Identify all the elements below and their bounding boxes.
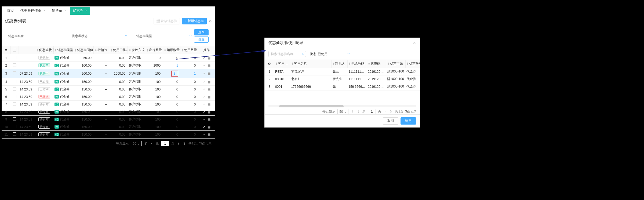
row-checkbox[interactable] [11, 131, 19, 138]
col-phone[interactable]: ▲▼电话号码 [347, 60, 367, 68]
share-icon[interactable]: ↗ [202, 110, 205, 114]
qrcode-icon[interactable]: ▣ [208, 64, 210, 67]
qrcode-icon[interactable]: ▣ [208, 103, 210, 106]
checkbox-icon[interactable] [13, 80, 16, 83]
col-contact[interactable]: ▲▼联系人 [332, 60, 348, 68]
col-issue[interactable]: ▲▼发行数量 [145, 46, 163, 54]
share-icon[interactable]: ↗ [202, 103, 205, 106]
table-row[interactable]: 4 14 23:59 已过期 代代金券 150.00 -- 0.00 客户领取 … [2, 78, 215, 86]
share-icon[interactable]: ↗ [202, 133, 205, 136]
search-input[interactable] [271, 52, 302, 56]
gear-icon[interactable]: ⚙ [209, 19, 212, 23]
col-threshold[interactable]: ▲▼使用门槛… [109, 46, 128, 54]
checkbox-icon[interactable] [13, 56, 16, 59]
qrcode-icon[interactable]: ▣ [208, 88, 210, 91]
row-checkbox[interactable] [11, 62, 19, 69]
table-row[interactable]: 5 14 23:59 已过期 代代金券 150.00 -- 0.00 客户领取 … [2, 86, 215, 93]
qrcode-icon[interactable]: ▣ [208, 72, 210, 75]
share-icon[interactable]: ↗ [202, 95, 205, 99]
checkbox-icon[interactable] [13, 102, 16, 106]
col-cust-name[interactable]: ▲▼客户名称 [290, 60, 332, 68]
table-row[interactable]: 3 0001 17666666666 张 156 6666 … 2019120 … [265, 83, 420, 90]
qrcode-icon[interactable]: ▣ [208, 133, 210, 136]
filter-name-input[interactable] [25, 33, 63, 39]
table-row[interactable]: 2 执行中 代代金券 100.00 -- 0.00 客户领取 1000 1 0 … [2, 62, 215, 69]
checkbox-icon[interactable] [13, 87, 16, 91]
qrcode-icon[interactable]: ▣ [208, 125, 210, 129]
table-row[interactable]: 7 14 23:59 待发布 代代金券 150.00 -- 0.00 客户领取 … [2, 101, 215, 108]
table-row[interactable]: 3 07 23:59 执行中 代代金券 200.00 -- 1000.00 客户… [2, 69, 215, 78]
table-row[interactable]: 2 00010001 北京1 唐先生 11111111111 2019120 7… [265, 75, 420, 83]
first-page-icon[interactable]: ⟪ [144, 142, 148, 146]
row-checkbox[interactable] [11, 93, 19, 101]
add-coupon-button[interactable]: + 新增优惠券 [182, 18, 207, 24]
checkbox-icon[interactable] [13, 71, 16, 75]
checkbox-icon[interactable] [13, 132, 16, 136]
tab-home[interactable]: 首页 [4, 7, 17, 15]
col-ctype[interactable]: ▲▼优惠券类 [405, 60, 420, 68]
filter-type-select[interactable] [153, 35, 188, 37]
table-row[interactable]: 1 RETAIL… 零散客户 张三 11111111111 2019120 70… [265, 68, 420, 75]
next-page-icon[interactable]: ⟩ [383, 110, 387, 114]
row-checkbox[interactable] [11, 101, 19, 108]
first-page-icon[interactable]: ⟪ [351, 110, 355, 114]
col-time[interactable] [19, 46, 35, 54]
close-icon[interactable]: ✕ [64, 9, 66, 12]
get-count-link[interactable]: 1 [176, 64, 178, 67]
col-gear[interactable]: ⚙ [2, 46, 11, 54]
table-row[interactable]: 6 14 23:59 已终止 代代金券 150.00 -- 0.00 客户领取 … [2, 93, 215, 101]
checkbox-icon[interactable] [13, 63, 16, 67]
col-method[interactable]: ▲▼发放方式 [128, 46, 145, 54]
checkbox-icon[interactable] [13, 125, 16, 128]
row-checkbox[interactable] [11, 78, 19, 86]
col-status[interactable]: ▲▼优惠券状态 [35, 46, 53, 54]
config-button[interactable]: 设置 [194, 37, 209, 43]
tab-coupon[interactable]: 优惠券✕ [70, 7, 90, 15]
share-icon[interactable]: ↗ [202, 64, 205, 67]
share-icon[interactable]: ↗ [202, 125, 205, 129]
next-page-icon[interactable]: ⟩ [177, 142, 180, 146]
filter-status-select[interactable] [89, 35, 124, 37]
qrcode-icon[interactable]: ▣ [208, 95, 210, 99]
col-topic[interactable]: ▲▼优惠主题 [386, 60, 405, 68]
share-icon[interactable]: ↗ [202, 88, 205, 91]
table-row[interactable]: 8 14 23:59 待发布 代代金券 150.00 -- 0.00 客户领取 … [2, 108, 215, 116]
per-page-select[interactable]: 50 ⌄ [337, 109, 348, 114]
page-input[interactable] [368, 109, 376, 114]
close-icon[interactable]: ✕ [413, 41, 416, 45]
share-icon[interactable]: ↗ [202, 56, 205, 60]
row-checkbox[interactable] [11, 69, 19, 78]
status-select[interactable]: 已使用 ﹀ [318, 52, 350, 56]
close-icon[interactable]: ✕ [43, 9, 45, 12]
col-type[interactable]: ▲▼优惠券类型 [53, 46, 73, 54]
col-cust-code[interactable]: ▲▼客户… [274, 60, 290, 68]
table-row[interactable]: 10 14 23:59 待发布 代代金券 150.00 -- 0.00 客户领取… [2, 123, 215, 131]
share-icon[interactable]: ↗ [202, 72, 205, 75]
prev-page-icon[interactable]: ⟨ [150, 142, 154, 146]
table-row[interactable]: 1 待执行 代代金券 50.00 -- 0.00 客户领取 10 0 0 ↗ ▣ [2, 54, 215, 62]
col-face[interactable]: ▲▼优惠券面值 [73, 46, 94, 54]
qrcode-icon[interactable]: ▣ [208, 118, 210, 121]
row-checkbox[interactable] [11, 86, 19, 93]
col-coupon-code[interactable]: ▲▼优惠码 [367, 60, 386, 68]
col-use[interactable]: ▲▼使用数量 [180, 46, 198, 54]
row-checkbox[interactable] [11, 54, 19, 62]
get-count-link[interactable]: 3 [174, 72, 176, 75]
checkbox-icon[interactable] [13, 110, 16, 113]
col-checkbox[interactable] [11, 46, 19, 54]
row-checkbox[interactable] [11, 108, 19, 116]
checkbox-icon[interactable] [13, 117, 16, 121]
close-icon[interactable]: ✕ [85, 9, 87, 12]
qrcode-icon[interactable]: ▣ [208, 110, 210, 114]
qrcode-icon[interactable]: ▣ [208, 56, 210, 60]
row-checkbox[interactable] [11, 123, 19, 131]
search-box[interactable]: ⌕ [268, 51, 306, 57]
row-checkbox[interactable] [11, 116, 19, 123]
query-button[interactable]: 查询 [194, 29, 209, 35]
prev-page-icon[interactable]: ⟨ [357, 110, 360, 114]
table-row[interactable]: 11 14 23:59 待发布 代代金券 150.00 -- 0.00 客户领取… [2, 131, 215, 138]
cancel-button[interactable]: 取消 [383, 117, 398, 125]
share-icon[interactable]: ↗ [202, 80, 205, 84]
checkbox-icon[interactable] [13, 95, 16, 98]
confirm-button[interactable]: 确定 [401, 117, 416, 125]
